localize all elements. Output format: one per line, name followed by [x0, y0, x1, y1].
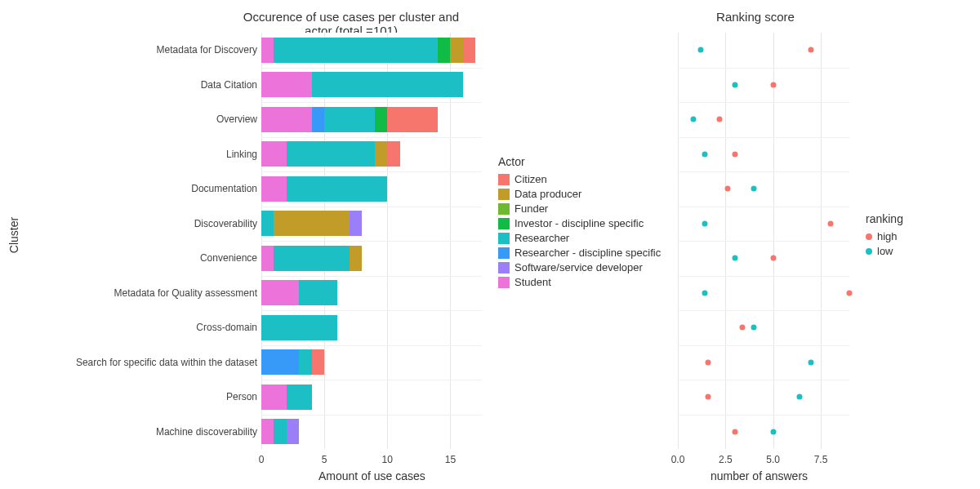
- bar-segment: [274, 419, 286, 444]
- dot-point: [808, 359, 814, 365]
- x-tick-label: 7.5: [814, 454, 828, 465]
- bar-row: [261, 141, 482, 167]
- bar-segment: [287, 176, 387, 202]
- legend-label: Researcher - discipline specific: [514, 247, 661, 259]
- dot-point: [733, 82, 738, 87]
- bar-segment: [312, 107, 324, 132]
- legend-label: Citizen: [514, 173, 547, 185]
- bar-segment: [261, 72, 312, 97]
- grid-line: [678, 310, 849, 311]
- grid-line: [678, 68, 849, 69]
- x-tick-label: 0: [259, 454, 265, 465]
- ranking-legend: ranking highlow: [866, 212, 903, 260]
- grid-line: [678, 415, 849, 416]
- dot-point: [797, 394, 803, 400]
- bar-segment: [261, 246, 274, 271]
- bar-segment: [261, 349, 299, 375]
- y-tick-label: Documentation: [191, 183, 257, 194]
- bar-segment: [274, 246, 350, 271]
- grid-line: [678, 449, 849, 450]
- dot-point: [702, 220, 707, 226]
- grid-line: [261, 276, 482, 277]
- bar-segment: [287, 385, 312, 410]
- x-tick-label: 5: [322, 454, 327, 465]
- bar-row: [261, 211, 482, 236]
- dot-point: [690, 117, 696, 122]
- grid-line: [678, 241, 849, 242]
- dot-point: [702, 151, 707, 157]
- y-tick-label: Cross-domain: [196, 322, 257, 333]
- bar-segment: [312, 349, 324, 375]
- legend-label: low: [877, 245, 893, 257]
- legend-dot-icon: [866, 248, 872, 255]
- right-panel-title: Ranking score: [674, 10, 837, 24]
- legend-item: Researcher: [498, 232, 661, 244]
- bar-segment: [261, 280, 299, 305]
- legend-label: Data producer: [514, 188, 581, 200]
- legend-item: Data producer: [498, 188, 661, 200]
- bar-segment: [312, 72, 463, 97]
- dot-point: [770, 256, 776, 261]
- legend-item: Funder: [498, 202, 661, 215]
- legend-item: low: [866, 245, 903, 257]
- legend-item: Citizen: [498, 173, 661, 185]
- bar-row: [261, 38, 482, 63]
- bar-segment: [375, 141, 387, 167]
- bar-segment: [387, 141, 399, 167]
- legend-item: Software/service developer: [498, 261, 661, 273]
- x-tick-label: 10: [382, 454, 393, 465]
- legend-swatch: [498, 233, 510, 244]
- left-x-axis-title: Amount of use cases: [318, 469, 425, 482]
- dot-point: [751, 325, 757, 331]
- grid-line: [261, 310, 482, 311]
- grid-line: [261, 380, 482, 380]
- y-tick-labels: Metadata for DiscoveryData CitationOverv…: [0, 33, 261, 449]
- bar-segment: [350, 246, 362, 271]
- dot-point: [770, 429, 776, 434]
- y-tick-label: Metadata for Discovery: [157, 44, 257, 56]
- actor-legend-title: Actor: [498, 155, 661, 168]
- y-tick-label: Convenience: [200, 252, 257, 264]
- bar-segment: [274, 38, 438, 63]
- dot-point: [827, 220, 833, 226]
- dot-point: [740, 325, 746, 331]
- bar-segment: [261, 38, 274, 63]
- grid-line: [678, 345, 849, 346]
- bar-segment: [287, 141, 375, 167]
- dot-point: [706, 359, 711, 365]
- dot-point: [698, 47, 704, 53]
- bar-segment: [274, 211, 350, 236]
- bar-segment: [450, 38, 462, 63]
- actor-legend: Actor CitizenData producerFunderInvestor…: [498, 155, 661, 291]
- legend-dot-icon: [866, 233, 872, 240]
- bar-row: [261, 349, 482, 375]
- dot-point: [706, 394, 711, 400]
- legend-label: Investor - discipline specific: [514, 217, 644, 229]
- bar-segment: [261, 419, 274, 444]
- grid-line: [261, 68, 482, 69]
- ranking-legend-title: ranking: [866, 212, 903, 225]
- right-x-axis-title: number of answers: [710, 469, 808, 482]
- grid-line: [678, 33, 849, 33]
- bar-row: [261, 246, 482, 271]
- figure-root: Cluster Occurence of use cases per clust…: [0, 0, 980, 489]
- grid-line: [678, 102, 849, 103]
- bar-row: [261, 315, 482, 340]
- legend-item: Student: [498, 276, 661, 288]
- grid-line: [261, 102, 482, 103]
- dot-point: [733, 151, 738, 157]
- bar-segment: [261, 211, 274, 236]
- bar-row: [261, 176, 482, 202]
- bar-segment: [299, 349, 311, 375]
- bar-segment: [261, 176, 287, 202]
- grid-line: [678, 171, 849, 172]
- legend-label: Funder: [514, 202, 548, 215]
- dot-point: [724, 186, 730, 192]
- grid-line: [261, 449, 482, 450]
- grid-line: [261, 415, 482, 416]
- grid-line: [261, 345, 482, 346]
- legend-swatch: [498, 262, 510, 273]
- bar-segment: [261, 141, 287, 167]
- y-tick-label: Search for specific data within the data…: [76, 357, 257, 368]
- grid-line: [261, 207, 482, 207]
